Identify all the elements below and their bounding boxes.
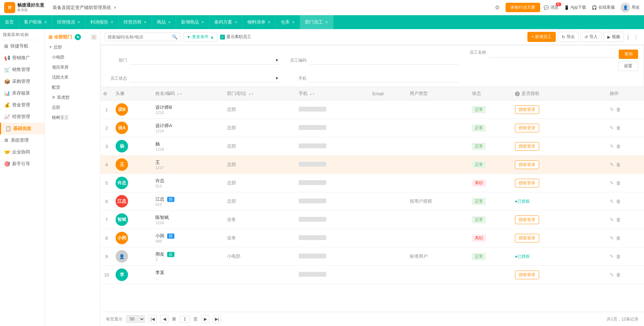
sidebar-item-库存核算[interactable]: 📊库存核算 <box>0 87 45 99</box>
close-tab-icon[interactable]: ✕ <box>234 20 237 25</box>
message-button[interactable]: 💬 6 消息 <box>544 5 559 10</box>
dept-item-沈阳大库[interactable]: 沈阳大库 <box>45 72 100 82</box>
nav-item-仓库[interactable]: 仓库✕ <box>276 15 300 29</box>
close-tab-icon[interactable]: ✕ <box>267 20 271 25</box>
last-page-button[interactable]: ▶| <box>213 315 221 323</box>
dept-item-植树王三[interactable]: 植树王三 <box>45 113 100 123</box>
delete-icon[interactable]: 🗑 <box>616 199 621 204</box>
close-tab-icon[interactable]: ✕ <box>77 20 80 25</box>
auth-button[interactable]: 授权登录 <box>515 215 539 224</box>
sort-name-icon[interactable]: ▲▼ <box>177 93 182 96</box>
close-tab-icon[interactable]: ✕ <box>168 20 171 25</box>
sort-dept-icon[interactable]: ▲▼ <box>248 93 254 96</box>
next-page-button[interactable]: ▶ <box>201 315 209 323</box>
auth-button[interactable]: 授权登录 <box>515 105 539 114</box>
sidebar-item-新手引导[interactable]: 🎯新手引导 <box>0 158 45 170</box>
search-input[interactable] <box>108 35 171 39</box>
delete-icon[interactable]: 🗑 <box>616 254 621 259</box>
more-button[interactable]: ⋮ <box>632 33 640 41</box>
close-tab-icon[interactable]: ✕ <box>110 20 114 25</box>
view-button[interactable]: ▶ 视频 <box>604 32 624 42</box>
auth-button[interactable]: 授权登录 <box>515 234 539 243</box>
sidebar-item-资金管理[interactable]: 💰资金管理 <box>0 99 45 111</box>
dept-item-双虎想[interactable]: ▶ 双虎想 <box>45 92 100 103</box>
nav-item-利润报告[interactable]: 利润报告✕ <box>85 15 119 29</box>
dept-item-配货[interactable]: 配货 <box>45 82 100 92</box>
close-tab-icon[interactable]: ✕ <box>201 20 204 25</box>
delete-icon[interactable]: 🗑 <box>616 143 621 149</box>
dept-item-总部[interactable]: 总部 <box>45 103 100 113</box>
nav-item-商品[interactable]: 商品✕ <box>152 15 176 29</box>
auth-info-icon[interactable]: i <box>515 91 520 96</box>
auth-button[interactable]: 授权登录 <box>515 142 539 151</box>
app-download-button[interactable]: 📱 App下载 <box>564 5 586 10</box>
edit-icon[interactable]: ✎ <box>610 162 614 167</box>
nav-item-部门员工[interactable]: 部门员工✕ <box>300 15 333 29</box>
sidebar-search[interactable]: 🔍 <box>0 29 45 40</box>
set-button[interactable]: 设置 <box>618 61 638 71</box>
close-tab-icon[interactable]: ✕ <box>144 20 147 25</box>
dept-item-总部[interactable]: ▼ 总部 <box>45 42 100 52</box>
nav-item-物料清单[interactable]: 物料清单✕ <box>243 15 276 29</box>
page-size-select[interactable]: 50 20 100 <box>126 315 145 323</box>
sidebar-item-营销推广[interactable]: 📢营销推广 <box>0 52 45 64</box>
online-service-button[interactable]: 🎧 在线客服 <box>592 5 615 10</box>
edit-icon[interactable]: ✎ <box>610 272 614 277</box>
filter-empname-input[interactable] <box>489 50 615 58</box>
auth-button[interactable]: 授权登录 <box>515 179 539 187</box>
nav-item-经营情况[interactable]: 经营情况✕ <box>52 15 85 29</box>
sidebar-search-input[interactable] <box>3 32 45 37</box>
dept-item-项目库房[interactable]: 项目库房 <box>45 62 100 72</box>
show-resigned-toggle[interactable]: ✓ 显示离职员工 <box>220 34 251 40</box>
settings-button[interactable]: ⚙ <box>492 3 502 12</box>
filter-phone-input[interactable] <box>309 74 459 82</box>
edit-icon[interactable]: ✎ <box>610 235 614 241</box>
nav-item-条码方案[interactable]: 条码方案✕ <box>209 15 243 29</box>
sidebar-item-系统管理[interactable]: ⚙系统管理 <box>0 134 45 146</box>
dept-edit-icon[interactable]: ✎ <box>75 34 81 40</box>
prev-page-button[interactable]: ◀ <box>160 315 169 323</box>
nav-item-首页[interactable]: 首页 <box>0 15 19 29</box>
col-settings[interactable]: ⚙ <box>100 87 113 100</box>
add-employee-button[interactable]: + 新增员工 <box>527 32 556 42</box>
edit-icon[interactable]: ✎ <box>610 180 614 186</box>
delete-icon[interactable]: 🗑 <box>616 107 621 112</box>
auth-button[interactable]: 授权登录 <box>515 160 539 169</box>
auth-button[interactable]: 授权登录 <box>515 271 539 279</box>
sidebar-item-基础信息[interactable]: 📋基础信息 <box>0 123 45 134</box>
edit-icon[interactable]: ✎ <box>610 217 614 222</box>
nav-item-新增商品[interactable]: 新增商品✕ <box>176 15 209 29</box>
edit-icon[interactable]: ✎ <box>610 107 614 112</box>
filter-status-select[interactable]: ▼ <box>130 74 279 82</box>
delete-icon[interactable]: 🗑 <box>616 272 621 277</box>
delete-icon[interactable]: 🗑 <box>616 235 621 241</box>
import-button[interactable]: ↺ 导入 <box>581 32 601 42</box>
nav-item-经营历程[interactable]: 经营历程✕ <box>119 15 152 29</box>
help-button[interactable]: | <box>626 33 630 41</box>
edit-icon[interactable]: ✎ <box>610 143 614 149</box>
sort-phone-icon[interactable]: ▲▼ <box>309 93 315 96</box>
export-button[interactable]: ↻ 导出 <box>558 32 579 42</box>
edit-icon[interactable]: ✎ <box>610 125 614 131</box>
first-page-button[interactable]: |◀ <box>148 315 157 323</box>
user-menu-button[interactable]: 👤 用友 <box>620 3 640 12</box>
dropdown-arrow-icon[interactable]: ▼ <box>113 6 117 10</box>
sidebar-item-快捷导航[interactable]: ⊞快捷导航 <box>0 40 45 52</box>
dept-item-小电部[interactable]: 小电部 <box>45 52 100 62</box>
dept-collapse-button[interactable]: « <box>91 34 97 40</box>
close-tab-icon[interactable]: ✕ <box>44 20 47 25</box>
close-tab-icon[interactable]: ✕ <box>325 20 328 25</box>
delete-icon[interactable]: 🗑 <box>616 125 621 131</box>
filter-empcode-input[interactable] <box>309 56 459 64</box>
close-tab-icon[interactable]: ✕ <box>292 20 295 25</box>
sidebar-item-销售管理[interactable]: 🛒销售管理 <box>0 64 45 76</box>
nav-item-客户联络[interactable]: 客户联络✕ <box>19 15 52 29</box>
sidebar-item-采购管理[interactable]: 📦采购管理 <box>0 76 45 87</box>
auth-button[interactable]: 授权登录 <box>515 124 539 132</box>
trial-button[interactable]: 体验行业方案 <box>506 3 540 12</box>
delete-icon[interactable]: 🗑 <box>616 217 621 222</box>
edit-icon[interactable]: ✎ <box>610 199 614 204</box>
sidebar-item-企业协同[interactable]: 🤝企业协同 <box>0 146 45 158</box>
delete-icon[interactable]: 🗑 <box>616 180 621 186</box>
filter-dept-select[interactable]: ▼ <box>130 56 279 64</box>
